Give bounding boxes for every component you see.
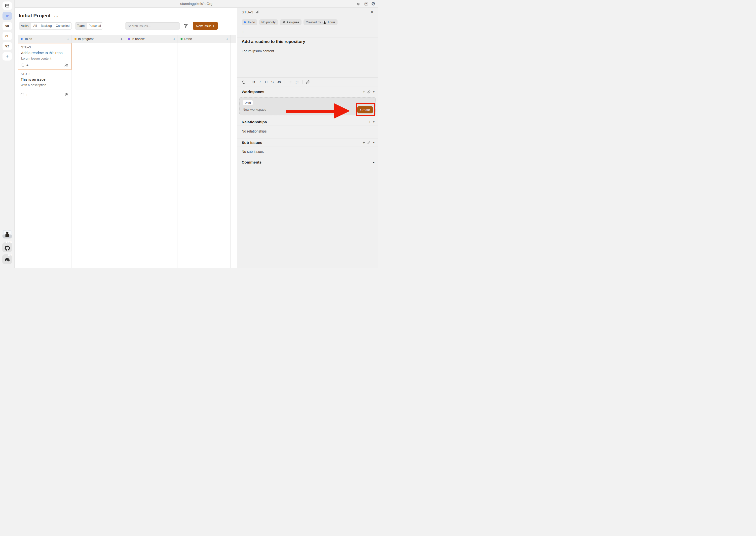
highlight-rectangle: [356, 103, 375, 116]
divider: [237, 95, 378, 95]
github-icon: [4, 245, 11, 251]
undo-icon[interactable]: [242, 80, 246, 84]
column-todo: STU–3 Add a readme to this repo... Lorum…: [18, 43, 72, 268]
menu-icon[interactable]: [349, 2, 354, 6]
issue-detail-panel: STU–3 ··· ✕ To do No priority Assignee: [237, 8, 378, 268]
add-workspace-button[interactable]: +: [3, 52, 12, 60]
bullet-list-icon[interactable]: [288, 80, 292, 84]
column-header-todo: To do +: [18, 35, 72, 43]
column-overflow: [231, 43, 235, 268]
link-workspace-icon[interactable]: [367, 90, 371, 94]
add-card-in-review-icon[interactable]: +: [173, 37, 175, 41]
issue-detail-description[interactable]: Lorum ipsum content: [242, 49, 274, 53]
issue-detail-title[interactable]: Add a readme to this repository: [242, 39, 305, 44]
assignees-icon[interactable]: [64, 63, 68, 67]
priority-badge[interactable]: No priority: [259, 19, 278, 25]
search-input[interactable]: [125, 22, 180, 29]
panel-header: STU–3 ··· ✕: [237, 8, 378, 17]
chevron-down-icon[interactable]: ▾: [373, 141, 375, 144]
estimation-dashed-circle-icon[interactable]: [20, 93, 24, 96]
announcements-icon[interactable]: [357, 2, 361, 6]
sidebar-workspace-cl[interactable]: CL: [3, 32, 12, 40]
estimation-dashed-circle-icon[interactable]: [21, 63, 24, 67]
issue-card-stu-2[interactable]: STU–2 This is an issue With a descriptio…: [18, 70, 72, 99]
plus-icon: +: [6, 53, 9, 59]
card-footer: +: [21, 63, 68, 67]
add-sub-issue-icon[interactable]: +: [363, 141, 365, 145]
todo-status-dot: [244, 21, 246, 23]
add-attribute-icon[interactable]: +: [242, 29, 244, 35]
discord-members-badge: 298: [6, 253, 14, 256]
issue-attribute-badges: To do No priority Assignee Created by Lo…: [242, 19, 338, 25]
tab-cancelled[interactable]: Cancelled: [54, 22, 72, 29]
divider: [237, 158, 378, 158]
add-workspace-icon[interactable]: +: [363, 89, 365, 94]
chevron-down-icon[interactable]: ▾: [373, 120, 375, 123]
add-relationship-icon[interactable]: +: [369, 120, 371, 124]
chevron-right-icon[interactable]: ▸: [373, 161, 375, 164]
sidebar-workspace-ip[interactable]: IP: [3, 12, 12, 20]
help-icon[interactable]: ?: [364, 2, 368, 6]
sidebar-workspace-vk[interactable]: VK: [3, 22, 12, 30]
column-in-review: [125, 43, 178, 268]
left-sidebar: IP VK CL VI + ★ 21k 298: [0, 0, 15, 268]
discord-icon: [4, 257, 10, 263]
tab-active[interactable]: Active: [19, 22, 31, 29]
card-footer: +: [20, 92, 69, 97]
panel-layout-icon[interactable]: [3, 2, 12, 10]
todo-status-dot: [20, 38, 22, 40]
issue-description: With a description: [20, 83, 69, 87]
draft-badge: Draft: [243, 100, 253, 105]
column-header-in-review: In review +: [125, 35, 178, 43]
toolbar-divider: [303, 80, 303, 84]
add-card-done-icon[interactable]: +: [226, 37, 228, 41]
relationships-empty-state: No relationships: [242, 129, 267, 133]
chevron-down-icon[interactable]: ▾: [373, 90, 375, 93]
divider: [237, 146, 378, 147]
page-title: Initial Project: [18, 13, 51, 18]
status-badge[interactable]: To do: [242, 19, 257, 25]
done-status-dot: [181, 38, 183, 40]
numbered-list-icon[interactable]: 12: [295, 80, 299, 84]
tab-all[interactable]: All: [31, 22, 39, 29]
workspace-name[interactable]: New workspace: [243, 108, 266, 112]
assignee-badge[interactable]: Assignee: [280, 19, 302, 25]
tab-team[interactable]: Team: [75, 22, 87, 29]
tab-personal[interactable]: Personal: [87, 22, 103, 29]
panel-more-icon[interactable]: ···: [360, 10, 365, 14]
issue-id: STU–2: [20, 72, 69, 76]
filter-funnel-icon[interactable]: [183, 23, 188, 28]
comments-section-header: Comments ▸: [242, 158, 375, 166]
link-sub-issue-icon[interactable]: [367, 141, 371, 145]
user-avatar[interactable]: [3, 230, 12, 239]
strikethrough-icon[interactable]: S: [271, 80, 274, 84]
sidebar-workspace-vi[interactable]: VI: [3, 42, 12, 50]
card-plus-icon[interactable]: +: [26, 63, 28, 67]
new-issue-button[interactable]: New Issue +: [193, 22, 218, 30]
close-icon[interactable]: ✕: [370, 10, 374, 14]
add-card-todo-icon[interactable]: +: [67, 37, 69, 41]
svg-text:1: 1: [296, 81, 297, 82]
settings-gear-icon[interactable]: ⚙: [371, 2, 376, 6]
help-glyph: ?: [364, 2, 368, 6]
org-title: stunningpixels's Org: [180, 2, 212, 6]
copy-link-icon[interactable]: [256, 10, 260, 14]
tab-backlog[interactable]: Backlog: [39, 22, 54, 29]
card-plus-icon[interactable]: +: [26, 92, 28, 97]
created-by-badge[interactable]: Created by Louis: [304, 19, 338, 25]
board-more-icon[interactable]: ···: [54, 14, 58, 18]
in-progress-status-dot: [75, 38, 77, 40]
sub-issues-section-header: Sub-issues + ▾: [242, 139, 375, 146]
issue-card-stu-3[interactable]: STU–3 Add a readme to this repo... Lorum…: [18, 43, 72, 70]
italic-icon[interactable]: I: [259, 80, 262, 84]
assignees-icon[interactable]: [65, 92, 69, 97]
sub-issues-empty-state: No sub-issues: [242, 150, 264, 153]
attachment-paperclip-icon[interactable]: [306, 80, 310, 84]
code-icon[interactable]: </>: [277, 81, 281, 84]
filter-bar: Active All Backlog Cancelled Team Person…: [18, 22, 218, 29]
underline-icon[interactable]: U: [265, 80, 268, 84]
divider: [237, 125, 378, 126]
bold-icon[interactable]: B: [252, 80, 255, 84]
app-window: stunningpixels's Org ? ⚙ IP VK CL VI +: [0, 0, 378, 268]
add-card-in-progress-icon[interactable]: +: [121, 37, 123, 41]
